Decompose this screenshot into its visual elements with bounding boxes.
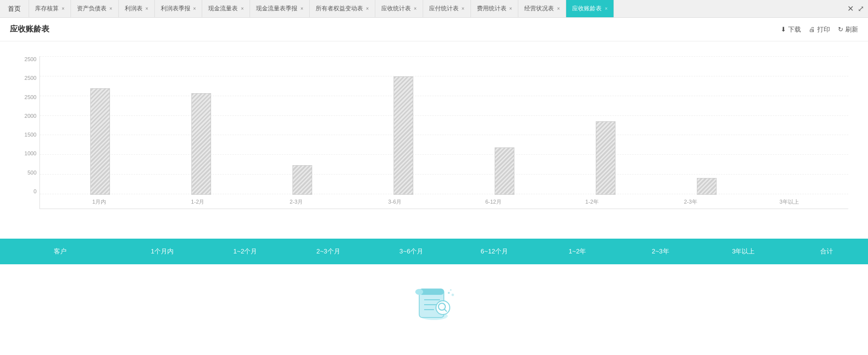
y-label-2500b: 2500 xyxy=(20,75,39,81)
tab-equity[interactable]: 所有者权益变动表 × xyxy=(310,0,375,18)
bar-group-1 xyxy=(191,93,211,195)
svg-point-10 xyxy=(448,292,450,294)
bar-5 xyxy=(596,121,615,195)
refresh-icon: ↻ xyxy=(838,26,843,33)
empty-state xyxy=(0,264,868,338)
refresh-button[interactable]: ↻ 刷新 xyxy=(838,25,858,34)
x-label-3: 3-6月 xyxy=(380,198,410,206)
tab-operation-close[interactable]: × xyxy=(557,6,560,11)
x-labels: 1月内1-2月2-3月3-6月6-12月1-2年2-3年3年以上 xyxy=(40,198,848,206)
bar-2 xyxy=(292,165,312,195)
x-label-1: 1-2月 xyxy=(183,198,213,206)
tab-equity-close[interactable]: × xyxy=(366,6,369,11)
bar-6 xyxy=(697,178,717,195)
table-header-cell-4: 3~6个月 xyxy=(370,247,453,256)
tab-cashflow-quarter[interactable]: 现金流量表季报 × xyxy=(250,0,310,18)
table-header-cell-0: 客户 xyxy=(0,247,121,256)
chart-container: 0 500 1000 1500 2000 2500 2500 2500 xyxy=(20,51,848,209)
y-axis: 0 500 1000 1500 2000 2500 2500 2500 xyxy=(20,56,39,194)
table-header: 客户1个月内1~2个月2~3个月3~6个月6~12个月1~2年2~3年3年以上合… xyxy=(0,239,868,264)
table-header-cell-3: 2~3个月 xyxy=(287,247,369,256)
y-label-2500c: 2500 xyxy=(20,56,39,62)
tab-cashflow-quarter-close[interactable]: × xyxy=(300,6,303,11)
table-header-cell-9: 合计 xyxy=(785,247,868,256)
tab-cashflow[interactable]: 现金流量表 × xyxy=(202,0,250,18)
page-actions: ⬇ 下载 🖨 打印 ↻ 刷新 xyxy=(781,25,858,34)
print-icon: 🖨 xyxy=(809,26,815,33)
bar-3 xyxy=(394,76,413,195)
svg-point-3 xyxy=(415,289,423,295)
tab-ar-aging-close[interactable]: × xyxy=(605,6,608,11)
download-button[interactable]: ⬇ 下载 xyxy=(781,25,801,34)
tab-operation[interactable]: 经营状况表 × xyxy=(518,0,566,18)
y-label-2000: 2000 xyxy=(20,113,39,119)
x-label-5: 1-2年 xyxy=(577,198,607,206)
bar-group-5 xyxy=(596,121,615,195)
tab-home[interactable]: 首页 xyxy=(0,0,29,18)
table-header-cell-6: 1~2年 xyxy=(536,247,618,256)
empty-icon xyxy=(409,279,459,323)
print-button[interactable]: 🖨 打印 xyxy=(809,25,830,34)
download-icon: ⬇ xyxy=(781,26,786,33)
chart-inner: 1月内1-2月2-3月3-6月6-12月1-2年2-3年3年以上 xyxy=(39,56,848,209)
main-content: 0 500 1000 1500 2000 2500 2500 2500 xyxy=(0,41,868,355)
table-header-cell-2: 1~2个月 xyxy=(204,247,287,256)
close-window-icon[interactable]: ✕ xyxy=(847,4,854,13)
tab-bar-actions: ✕ ⤢ xyxy=(847,4,868,13)
tab-income-quarter[interactable]: 利润表季报 × xyxy=(155,0,203,18)
y-label-1000: 1000 xyxy=(20,150,39,156)
page-header: 应收账龄表 ⬇ 下载 🖨 打印 ↻ 刷新 xyxy=(0,18,868,41)
tab-ar-stat-close[interactable]: × xyxy=(414,6,417,11)
bar-0 xyxy=(90,88,110,195)
tab-ap-stat[interactable]: 应付统计表 × xyxy=(423,0,471,18)
tab-income-close[interactable]: × xyxy=(145,6,148,11)
bar-4 xyxy=(495,147,514,195)
bar-1 xyxy=(191,93,211,195)
tab-ap-stat-close[interactable]: × xyxy=(462,6,465,11)
y-label-2500a: 2500 xyxy=(20,94,39,100)
tab-bar: 首页 库存核算 × 资产负债表 × 利润表 × 利润表季报 × 现金流量表 × … xyxy=(0,0,868,18)
table-header-cell-8: 3年以上 xyxy=(702,247,785,256)
bar-group-4 xyxy=(495,147,514,195)
svg-point-7 xyxy=(436,301,450,315)
tab-expense-stat[interactable]: 费用统计表 × xyxy=(471,0,519,18)
maximize-window-icon[interactable]: ⤢ xyxy=(858,4,864,13)
x-label-0: 1月内 xyxy=(84,198,114,206)
y-label-0: 0 xyxy=(20,188,39,194)
tab-home-label: 首页 xyxy=(8,4,21,13)
tab-income[interactable]: 利润表 × xyxy=(119,0,155,18)
bar-group-3 xyxy=(394,76,413,195)
bar-group-0 xyxy=(90,88,110,195)
table-header-cell-7: 2~3年 xyxy=(619,247,702,256)
x-label-6: 2-3年 xyxy=(676,198,705,206)
table-header-cell-1: 1个月内 xyxy=(121,247,204,256)
tab-income-quarter-close[interactable]: × xyxy=(193,6,196,11)
bar-group-6 xyxy=(697,178,717,195)
x-label-2: 2-3月 xyxy=(282,198,311,206)
y-label-500: 500 xyxy=(20,170,39,176)
bars-row xyxy=(40,57,848,195)
tab-inventory[interactable]: 库存核算 × xyxy=(29,0,71,18)
x-label-7: 3年以上 xyxy=(774,198,804,206)
tab-balance-sheet[interactable]: 资产负债表 × xyxy=(71,0,119,18)
bar-group-2 xyxy=(292,165,312,195)
svg-point-12 xyxy=(450,289,452,291)
tab-inventory-close[interactable]: × xyxy=(62,6,65,11)
tab-ar-stat[interactable]: 应收统计表 × xyxy=(375,0,423,18)
svg-point-11 xyxy=(452,294,454,296)
y-label-1500: 1500 xyxy=(20,132,39,138)
x-label-4: 6-12月 xyxy=(478,198,508,206)
tab-cashflow-close[interactable]: × xyxy=(241,6,244,11)
tab-balance-sheet-close[interactable]: × xyxy=(109,6,112,11)
tab-expense-stat-close[interactable]: × xyxy=(509,6,512,11)
tab-ar-aging[interactable]: 应收账龄表 × xyxy=(566,0,614,18)
table-header-cell-5: 6~12个月 xyxy=(453,247,536,256)
chart-area: 0 500 1000 1500 2000 2500 2500 2500 xyxy=(0,41,868,239)
page-title: 应收账龄表 xyxy=(10,24,49,35)
